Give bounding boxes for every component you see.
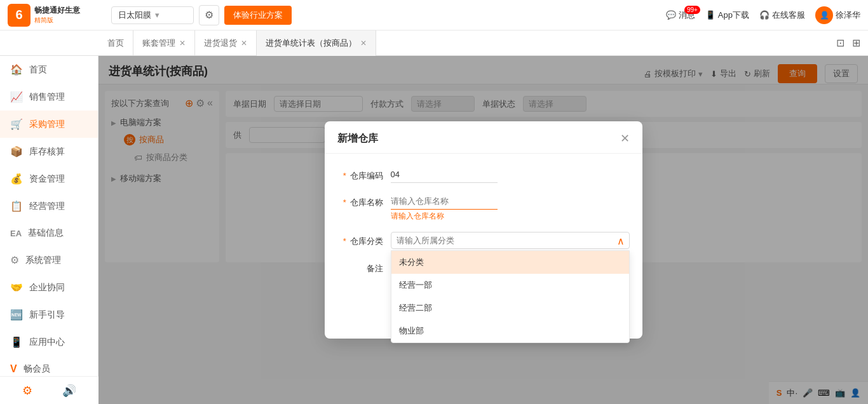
cooperation-icon: 🤝	[10, 281, 23, 293]
logo-badge: 精简版	[34, 16, 80, 25]
dropdown-item-2[interactable]: 经营二部	[391, 297, 629, 320]
sidebar-item-home[interactable]: 🏠 首页	[0, 56, 98, 83]
apps-icon: 📱	[10, 336, 23, 348]
code-label: * 仓库编码	[337, 166, 383, 182]
settings-bottom-icon[interactable]: ⚙	[22, 384, 32, 398]
message-item[interactable]: 💬 消息 99+	[666, 10, 695, 21]
top-header: 6 畅捷通好生意 精简版 日太阳膜 ▾ ⚙ 体验行业方案 💬 消息 99+ 📱 …	[0, 0, 868, 30]
vip-icon: V	[10, 363, 17, 375]
sidebar-item-finance[interactable]: 💰 资金管理	[0, 165, 98, 192]
online-service-item[interactable]: 🎧 在线客服	[759, 10, 805, 21]
name-error-msg: 请输入仓库名称	[391, 211, 630, 222]
logo-name: 畅捷通好生意	[34, 5, 80, 16]
category-label: * 仓库分类	[337, 232, 383, 247]
sidebar-item-cooperation[interactable]: 🤝 企业协同	[0, 274, 98, 301]
sidebar-item-purchase[interactable]: 🛒 采购管理	[0, 111, 98, 138]
trial-button[interactable]: 体验行业方案	[224, 6, 292, 25]
category-input[interactable]	[391, 232, 630, 249]
logo-area: 6 畅捷通好生意 精简版	[8, 4, 106, 27]
sidebar-label-basic-info: 基础信息	[28, 227, 64, 239]
modal-overlay: 新增仓库 ✕ * 仓库编码	[98, 56, 868, 404]
basic-info-icon: EA	[10, 229, 22, 238]
user-item[interactable]: 👤 徐泽华	[815, 6, 860, 24]
form-row-code: * 仓库编码	[337, 166, 630, 183]
app-download-label: App下载	[718, 10, 749, 21]
sidebar-item-inventory[interactable]: 📦 库存核算	[0, 138, 98, 165]
sidebar: 🏠 首页 📈 销售管理 🛒 采购管理 📦 库存核算 💰 资金管理 📋 经营管理 …	[0, 56, 98, 404]
header-right: 💬 消息 99+ 📱 App下载 🎧 在线客服 👤 徐泽华	[666, 6, 860, 24]
main-layout: 🏠 首页 📈 销售管理 🛒 采购管理 📦 库存核算 💰 资金管理 📋 经营管理 …	[0, 56, 868, 404]
guide-icon: 🆕	[10, 309, 23, 321]
store-chevron: ▾	[155, 10, 159, 20]
operations-icon: 📋	[10, 200, 23, 212]
user-avatar: 👤	[815, 6, 833, 24]
store-name: 日太阳膜	[118, 10, 151, 21]
finance-icon: 💰	[10, 173, 23, 185]
tab-account-close[interactable]: ✕	[179, 39, 186, 48]
name-field-wrapper: 请输入仓库名称	[391, 193, 630, 222]
sidebar-label-inventory: 库存核算	[29, 146, 65, 158]
form-row-name: * 仓库名称 请输入仓库名称	[337, 193, 630, 222]
category-dropdown: 未分类 经营一部 经营二部 物业部	[391, 250, 630, 343]
tab-bar: 首页 账套管理 ✕ 进货退货 ✕ 进货单统计表（按商品） ✕ ⊡ ⊞	[0, 30, 868, 56]
add-warehouse-dialog: 新增仓库 ✕ * 仓库编码	[325, 121, 642, 339]
sidebar-item-apps[interactable]: 📱 应用中心	[0, 328, 98, 356]
message-icon: 💬	[666, 10, 676, 20]
home-icon: 🏠	[10, 64, 23, 76]
content-area: 进货单统计(按商品) 🖨 按模板打印 ▾ ⬇ 导出 ↻ 刷新	[98, 56, 868, 404]
code-input[interactable]	[391, 166, 498, 183]
audio-icon[interactable]: 🔊	[62, 384, 76, 398]
tab-home[interactable]: 首页	[98, 30, 133, 56]
sidebar-label-purchase: 采购管理	[29, 119, 65, 130]
sidebar-item-guide[interactable]: 🆕 新手引导	[0, 301, 98, 328]
code-field-wrapper	[391, 166, 630, 183]
tab-actions: ⊡ ⊞	[834, 34, 868, 51]
dialog-close-button[interactable]: ✕	[620, 131, 630, 145]
dialog-body: * 仓库编码 * 仓库名称	[325, 154, 642, 288]
sidebar-item-operations[interactable]: 📋 经营管理	[0, 192, 98, 220]
tab-purchase-stat[interactable]: 进货单统计表（按商品） ✕	[257, 30, 376, 56]
sidebar-label-finance: 资金管理	[29, 173, 65, 185]
tab-restore-icon[interactable]: ⊡	[834, 34, 847, 51]
sidebar-label-operations: 经营管理	[29, 201, 65, 212]
message-badge: 99+	[684, 6, 700, 14]
dropdown-item-3[interactable]: 物业部	[391, 320, 629, 342]
logo-icon: 6	[8, 4, 31, 27]
dialog-title: 新增仓库	[337, 132, 378, 145]
sales-icon: 📈	[10, 91, 23, 103]
logo-text-area: 畅捷通好生意 精简版	[34, 5, 80, 25]
dropdown-item-1[interactable]: 经营一部	[391, 274, 629, 297]
system-icon: ⚙	[10, 254, 19, 266]
sidebar-label-guide: 新手引导	[29, 309, 65, 321]
form-row-category: * 仓库分类 ∧ 未分类 经营一部 经营二部 物业部	[337, 232, 630, 249]
username-label: 徐泽华	[836, 10, 860, 21]
sidebar-label-system: 系统管理	[25, 255, 61, 266]
tab-expand-icon[interactable]: ⊞	[850, 34, 863, 51]
sidebar-item-sales[interactable]: 📈 销售管理	[0, 83, 98, 111]
sidebar-item-basic-info[interactable]: EA 基础信息	[0, 220, 98, 246]
sidebar-label-vip: 畅会员	[24, 363, 50, 375]
store-selector[interactable]: 日太阳膜 ▾	[111, 6, 194, 24]
dropdown-item-0[interactable]: 未分类	[391, 251, 629, 274]
app-download-item[interactable]: 📱 App下载	[705, 10, 749, 21]
required-star-code: *	[343, 171, 346, 180]
gear-button[interactable]: ⚙	[199, 5, 219, 25]
note-label: 备注	[337, 259, 383, 274]
sidebar-label-home: 首页	[29, 64, 47, 76]
category-select-wrapper: ∧ 未分类 经营一部 经营二部 物业部	[391, 232, 630, 249]
purchase-icon: 🛒	[10, 118, 23, 130]
tab-purchase-stat-close[interactable]: ✕	[360, 39, 367, 48]
sidebar-bottom-bar: ⚙ 🔊	[0, 376, 98, 404]
sidebar-label-cooperation: 企业协同	[29, 282, 65, 293]
tab-purchase-return[interactable]: 进货退货 ✕	[195, 30, 257, 56]
sidebar-label-apps: 应用中心	[29, 337, 65, 348]
tab-purchase-return-close[interactable]: ✕	[241, 39, 247, 48]
name-label: * 仓库名称	[337, 193, 383, 208]
name-input[interactable]	[391, 193, 498, 210]
required-star-category: *	[343, 236, 346, 246]
app-download-icon: 📱	[705, 10, 715, 20]
tab-account[interactable]: 账套管理 ✕	[133, 30, 195, 56]
dialog-header: 新增仓库 ✕	[325, 121, 642, 154]
sidebar-item-system[interactable]: ⚙ 系统管理	[0, 246, 98, 274]
inventory-icon: 📦	[10, 145, 23, 158]
